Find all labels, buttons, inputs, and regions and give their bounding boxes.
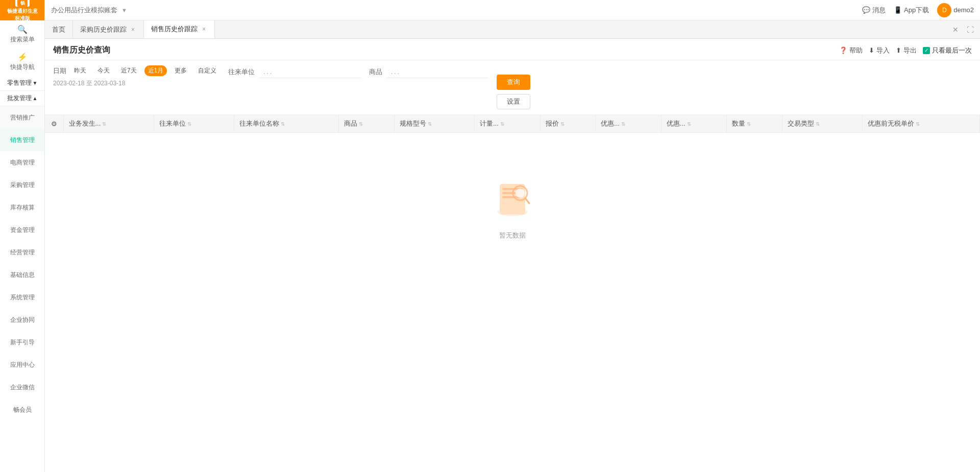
tab-bar: 首页 采购历史价跟踪 × 销售历史价跟踪 × ✕ ⛶ — [45, 20, 980, 39]
sidebar-item-apps[interactable]: 应用中心 — [0, 353, 44, 376]
tab-sales-history[interactable]: 销售历史价跟踪 × — [144, 20, 215, 39]
empty-text: 暂无数据 — [499, 231, 526, 240]
message-button[interactable]: 💬 消息 — [862, 6, 886, 15]
col-unit[interactable]: 计量... ⇅ — [474, 115, 540, 133]
col-pre-tax-price[interactable]: 优惠前无税单价 ⇅ — [862, 115, 979, 133]
sidebar-item-system[interactable]: 系统管理 — [0, 286, 44, 309]
col-biz-date[interactable]: 业务发生... ⇅ — [63, 115, 154, 133]
app-download-button[interactable]: 📱 App下载 — [894, 6, 929, 15]
sidebar-item-member[interactable]: 畅会员 — [0, 398, 44, 421]
filter-area: 日期 昨天 今天 近7天 近1月 更多 自定义 2023-02-18 至 202… — [45, 60, 980, 115]
col-spec[interactable]: 规格型号 ⇅ — [394, 115, 474, 133]
table-area: ⚙ 业务发生... ⇅ 往来单位 ⇅ — [45, 115, 980, 472]
home-tab-label: 首页 — [52, 25, 65, 34]
sort-icon: ⇅ — [816, 121, 820, 127]
download-icon: 📱 — [894, 6, 902, 14]
app-name: 畅捷通好生意 — [7, 8, 38, 15]
date-filter-label: 日期 — [53, 66, 66, 76]
sidebar-item-purchase[interactable]: 采购管理 — [0, 174, 44, 196]
setting-button[interactable]: 设置 — [497, 94, 530, 109]
tab-purchase-history[interactable]: 采购历史价跟踪 × — [73, 20, 144, 39]
message-icon: 💬 — [862, 6, 870, 14]
export-button[interactable]: ⬆ 导出 — [896, 46, 917, 55]
top-header: 办公用品行业模拟账套 ▼ 💬 消息 📱 App下载 D demo2 — [45, 0, 980, 20]
sort-icon: ⇅ — [747, 121, 751, 127]
filter-actions: 查询 设置 — [497, 75, 530, 109]
date-btn-custom[interactable]: 自定义 — [194, 65, 220, 76]
empty-illustration — [487, 174, 538, 225]
help-icon: ❓ — [839, 46, 847, 54]
sidebar-item-basics[interactable]: 基础信息 — [0, 264, 44, 286]
workspace-name: 办公用品行业模拟账套 — [51, 6, 117, 15]
product-input[interactable]: ... — [386, 65, 488, 78]
workspace-selector[interactable]: 办公用品行业模拟账套 ▼ — [51, 6, 127, 15]
date-btn-today[interactable]: 今天 — [94, 65, 113, 76]
sidebar-item-guide[interactable]: 新手引导 — [0, 331, 44, 353]
sidebar-item-sales[interactable]: 销售管理 — [0, 129, 44, 151]
col-qty[interactable]: 数量 ⇅ — [727, 115, 782, 133]
only-last-checkbox[interactable]: ✓ 只看最后一次 — [923, 46, 972, 55]
partner-filter-label: 往来单位 — [228, 67, 255, 77]
logo-image: 畅 — [15, 0, 30, 7]
date-range-display: 2023-02-18 至 2023-03-18 — [53, 79, 220, 88]
col-settings[interactable]: ⚙ — [45, 115, 63, 133]
chevron-down-icon: ▼ — [33, 80, 38, 86]
empty-state: 暂无数据 — [45, 133, 980, 281]
sidebar-item-ecommerce[interactable]: 电商管理 — [0, 151, 44, 174]
svg-line-9 — [525, 198, 529, 203]
sidebar-item-enterprise[interactable]: 企业协同 — [0, 309, 44, 331]
sort-icon: ⇅ — [687, 121, 691, 127]
sort-icon: ⇅ — [102, 121, 106, 127]
date-btn-yesterday[interactable]: 昨天 — [70, 65, 90, 76]
chevron-up-icon: ▲ — [33, 96, 38, 101]
partner-input[interactable]: ... — [259, 65, 361, 78]
sidebar-item-wechat[interactable]: 企业微信 — [0, 376, 44, 398]
sidebar-item-quicknav[interactable]: ⚡ 快捷导航 — [0, 48, 44, 76]
date-btn-1month[interactable]: 近1月 — [144, 65, 167, 76]
sidebar-item-marketing[interactable]: 营销推广 — [0, 106, 44, 129]
close-tab-icon[interactable]: ✕ — [950, 25, 961, 35]
col-partner-id[interactable]: 往来单位 ⇅ — [154, 115, 234, 133]
date-btn-more[interactable]: 更多 — [171, 65, 190, 76]
query-button[interactable]: 查询 — [497, 75, 530, 90]
sort-icon: ⇅ — [560, 121, 565, 127]
col-partner-name[interactable]: 往来单位名称 ⇅ — [234, 115, 339, 133]
col-trade-type[interactable]: 交易类型 ⇅ — [782, 115, 862, 133]
sidebar-item-search[interactable]: 🔍 搜索菜单 — [0, 20, 44, 48]
content-area: 销售历史价查询 ❓ 帮助 ⬇ 导入 ⬆ 导出 ✓ 只看最后一次 — [45, 39, 980, 472]
col-product[interactable]: 商品 ⇅ — [339, 115, 394, 133]
sort-icon: ⇅ — [428, 121, 432, 127]
sales-history-close-icon[interactable]: × — [201, 25, 207, 33]
svg-rect-5 — [502, 192, 518, 194]
sort-icon: ⇅ — [359, 121, 363, 127]
date-btn-7days[interactable]: 近7天 — [117, 65, 140, 76]
sidebar-item-operations[interactable]: 经营管理 — [0, 241, 44, 264]
sidebar-item-finance[interactable]: 资金管理 — [0, 219, 44, 241]
col-discount1[interactable]: 优惠... ⇅ — [596, 115, 662, 133]
checkbox-icon: ✓ — [923, 47, 930, 54]
import-icon: ⬇ — [869, 46, 874, 54]
sidebar-item-retail[interactable]: 零售管理 ▼ — [0, 76, 44, 91]
col-quote[interactable]: 报价 ⇅ — [540, 115, 595, 133]
import-button[interactable]: ⬇ 导入 — [869, 46, 890, 55]
app-logo: 畅 畅捷通好生意 标准版 — [0, 0, 44, 20]
date-filter-group: 日期 昨天 今天 近7天 近1月 更多 自定义 2023-02-18 至 202… — [53, 65, 220, 88]
maximize-icon[interactable]: ⛶ — [965, 25, 976, 35]
sort-icon: ⇅ — [621, 121, 625, 127]
user-menu[interactable]: D demo2 — [937, 3, 974, 17]
search-icon: 🔍 — [17, 25, 28, 34]
sidebar-item-wholesale[interactable]: 批发管理 ▲ — [0, 91, 44, 106]
tab-home[interactable]: 首页 — [45, 20, 73, 39]
sidebar: 畅 畅捷通好生意 标准版 🔍 搜索菜单 ⚡ 快捷导航 零售管理 ▼ 批发管理 ▲… — [0, 0, 45, 472]
sort-icon: ⇅ — [500, 121, 504, 127]
purchase-history-close-icon[interactable]: × — [130, 26, 136, 34]
sidebar-item-inventory[interactable]: 库存核算 — [0, 196, 44, 219]
svg-point-8 — [516, 188, 525, 198]
sort-icon: ⇅ — [916, 121, 920, 127]
col-discount2[interactable]: 优惠... ⇅ — [661, 115, 727, 133]
workspace-dropdown-icon: ▼ — [121, 7, 127, 13]
help-button[interactable]: ❓ 帮助 — [839, 46, 863, 55]
table-header-row: ⚙ 业务发生... ⇅ 往来单位 ⇅ — [45, 115, 980, 133]
export-icon: ⬆ — [896, 46, 901, 54]
product-filter-label: 商品 — [369, 67, 382, 77]
